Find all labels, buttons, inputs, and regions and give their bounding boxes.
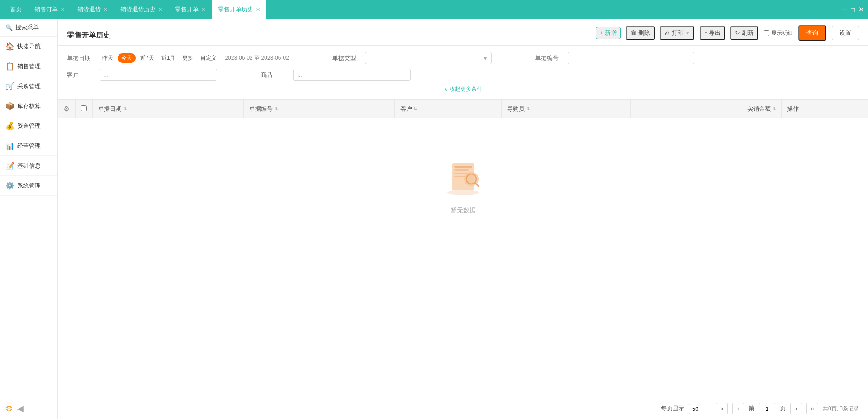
tab-sales-order[interactable]: 销售订单 ✕ (28, 0, 71, 19)
customer-input[interactable]: ... (100, 69, 217, 81)
th-salesperson: 导购员 ⇅ (501, 100, 630, 118)
prev-page-button[interactable]: ‹ (732, 403, 744, 414)
sidebar-item-label: 快捷导航 (17, 42, 41, 51)
th-number: 单据编号 ⇅ (244, 100, 395, 118)
window-minimize[interactable]: ─ (842, 6, 847, 14)
next-page-button[interactable]: › (790, 403, 802, 414)
number-input[interactable] (568, 52, 694, 64)
sidebar-item-ops-mgmt[interactable]: 📊 经营管理 (0, 136, 57, 156)
filter-row-1: 单据日期 昨天 今天 近7天 近1月 更多 自定义 2023-06-02 至 2… (67, 52, 859, 64)
tab-close-sales-order[interactable]: ✕ (61, 7, 65, 13)
sidebar-item-label: 销售管理 (17, 62, 41, 71)
tab-close-retail-open-history[interactable]: ✕ (256, 7, 260, 13)
show-detail-checkbox[interactable] (764, 30, 769, 36)
tab-retail-open-history[interactable]: 零售开单历史 ✕ (212, 0, 266, 19)
sidebar-item-label: 系统管理 (17, 182, 41, 190)
filter-area: 单据日期 昨天 今天 近7天 近1月 更多 自定义 2023-06-02 至 2… (58, 46, 868, 100)
type-select[interactable] (365, 52, 492, 64)
table-area: ⚙ 单据日期 ⇅ 单据编号 (58, 100, 868, 398)
collapse-up-icon: ∧ (444, 86, 448, 93)
svg-rect-3 (454, 169, 469, 171)
tab-close-sales-return-history[interactable]: ✕ (158, 7, 162, 13)
goods-input[interactable]: ... (293, 69, 411, 81)
number-filter-label: 单据编号 (535, 54, 560, 62)
sidebar: 🔍 搜索采单 🏠 快捷导航 📋 销售管理 🛒 采购管理 📦 库存核算 💰 资金管… (0, 19, 58, 419)
page-number-input[interactable] (759, 403, 775, 414)
date-opt-last7[interactable]: 近7天 (138, 53, 157, 63)
sort-number[interactable]: 单据编号 ⇅ (249, 105, 278, 113)
home-icon: 🏠 (5, 42, 14, 51)
settings-button[interactable]: 设置 (832, 26, 859, 40)
export-button[interactable]: ↑ 导出 (700, 26, 725, 40)
sidebar-item-inventory-mgmt[interactable]: 📦 库存核算 (0, 96, 57, 116)
th-customer: 客户 ⇅ (395, 100, 501, 118)
window-close[interactable]: ✕ (859, 5, 864, 14)
date-opt-custom[interactable]: 自定义 (198, 53, 219, 63)
delete-button[interactable]: 🗑 删除 (626, 26, 655, 40)
date-opt-today[interactable]: 今天 (118, 53, 136, 63)
collapse-sidebar-icon[interactable]: ◀ (17, 404, 24, 414)
tab-home[interactable]: 首页 (4, 0, 28, 19)
data-table: ⚙ 单据日期 ⇅ 单据编号 (58, 100, 868, 251)
window-maximize[interactable]: □ (851, 6, 855, 14)
date-opt-last-month[interactable]: 近1月 (159, 53, 178, 63)
sidebar-item-basic-info[interactable]: 📝 基础信息 (0, 156, 57, 176)
date-opt-more[interactable]: 更多 (180, 53, 196, 63)
collapse-row: ∧ 收起更多条件 (67, 85, 859, 93)
finance-icon: 💰 (5, 122, 14, 130)
sidebar-item-sales-mgmt[interactable]: 📋 销售管理 (0, 56, 57, 76)
settings-icon[interactable]: ⚙ (5, 404, 13, 414)
sort-actual-amount[interactable]: 实销金额 ⇅ (747, 105, 776, 113)
show-detail-toggle[interactable]: 显示明细 (764, 29, 793, 37)
content-area: 零售开单历史 + 新增 🗑 删除 🖨 打印 ▼ ↑ 导出 ↻ 刷新 (58, 19, 868, 419)
print-dropdown-icon[interactable]: ▼ (685, 31, 690, 36)
column-settings-icon[interactable]: ⚙ (63, 105, 70, 113)
th-checkbox-col (76, 100, 93, 118)
tab-close-retail-open[interactable]: ✕ (201, 7, 205, 13)
sidebar-item-sys-mgmt[interactable]: ⚙️ 系统管理 (0, 176, 57, 196)
page-header: 零售开单历史 + 新增 🗑 删除 🖨 打印 ▼ ↑ 导出 ↻ 刷新 (58, 19, 868, 46)
first-page-button[interactable]: « (716, 403, 728, 414)
type-select-wrap: ▼ (365, 52, 492, 64)
date-opt-yesterday[interactable]: 昨天 (100, 53, 116, 63)
type-filter-label: 单据类型 (332, 54, 358, 62)
sort-customer[interactable]: 客户 ⇅ (400, 105, 417, 113)
th-date: 单据日期 ⇅ (93, 100, 244, 118)
th-action: 操作 (781, 100, 868, 118)
filter-row-2: 客户 ... 商品 ... (67, 69, 859, 81)
sort-icon-date: ⇅ (123, 106, 127, 111)
tab-sales-return-history[interactable]: 销货退货历史 ✕ (114, 0, 169, 19)
refresh-button[interactable]: ↻ 刷新 (730, 26, 758, 40)
th-actual-amount: 实销金额 ⇅ (630, 100, 781, 118)
th-settings: ⚙ (58, 100, 76, 118)
select-all-checkbox[interactable] (81, 105, 87, 111)
tab-sales-return[interactable]: 销货退货 ✕ (71, 0, 114, 19)
sidebar-item-quick-nav[interactable]: 🏠 快捷导航 (0, 37, 57, 56)
page-size-select[interactable]: 10 20 50 100 (689, 404, 711, 414)
sort-icon-customer: ⇅ (413, 106, 417, 111)
svg-line-8 (475, 183, 479, 187)
svg-rect-2 (454, 166, 472, 168)
last-page-button[interactable]: » (806, 403, 818, 414)
sort-date[interactable]: 单据日期 ⇅ (98, 105, 127, 113)
tab-retail-open[interactable]: 零售开单 ✕ (169, 0, 212, 19)
sidebar-item-purchase-mgmt[interactable]: 🛒 采购管理 (0, 76, 57, 96)
collapse-button[interactable]: ∧ 收起更多条件 (444, 85, 482, 93)
toolbar: + 新增 🗑 删除 🖨 打印 ▼ ↑ 导出 ↻ 刷新 显示明细 (596, 25, 859, 45)
page-size-wrap: 10 20 50 100 (689, 404, 711, 414)
empty-text: 暂无数据 (451, 207, 476, 215)
query-button[interactable]: 查询 (798, 25, 826, 41)
tab-close-sales-return[interactable]: ✕ (104, 7, 108, 13)
sidebar-item-finance-mgmt[interactable]: 💰 资金管理 (0, 116, 57, 136)
basic-info-icon: 📝 (5, 161, 14, 170)
sidebar-bottom: ⚙ ◀ (0, 398, 57, 419)
print-button[interactable]: 🖨 打印 ▼ (660, 26, 695, 40)
sidebar-item-label: 库存核算 (17, 102, 41, 110)
search-icon: 🔍 (5, 24, 13, 31)
sidebar-search-label: 搜索采单 (15, 24, 39, 32)
sort-salesperson[interactable]: 导购员 ⇅ (507, 105, 530, 113)
sidebar-search[interactable]: 🔍 搜索采单 (0, 19, 57, 37)
customer-filter-label: 客户 (67, 71, 92, 79)
add-button[interactable]: + 新增 (596, 27, 621, 39)
purchase-icon: 🛒 (5, 82, 14, 90)
